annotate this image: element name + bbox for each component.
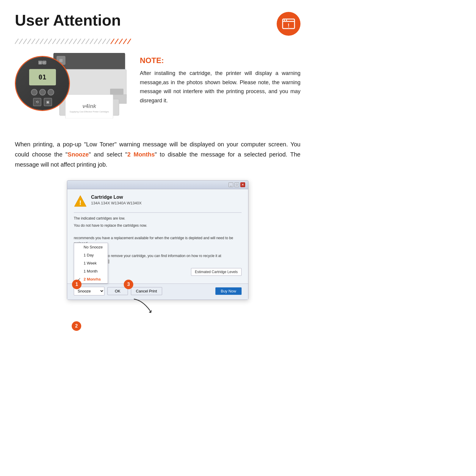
- dropdown-item-1month[interactable]: 1 Month: [74, 267, 108, 275]
- svg-line-25: [98, 39, 102, 44]
- svg-text:↵: ↵: [43, 61, 46, 64]
- panel-inner: ⊞ ↵ 01 ⟲ ▣: [16, 57, 69, 110]
- months-highlight: 2 Months: [127, 151, 155, 158]
- svg-point-2: [284, 20, 285, 21]
- ok-button[interactable]: OK: [107, 287, 128, 295]
- svg-line-15: [57, 39, 60, 44]
- dialog-subtitle: 134A 134X W1340A W1340X: [91, 201, 142, 205]
- svg-line-10: [36, 39, 39, 44]
- panel-btn-1: [31, 89, 37, 95]
- note-section: NOTE: After installing the cartridge, th…: [140, 53, 300, 105]
- svg-text:!: !: [79, 199, 81, 206]
- dialog-title-area: Cartridge Low 134A 134X W1340A W1340X: [91, 195, 142, 205]
- dropdown-item-1day[interactable]: 1 Day: [74, 251, 108, 259]
- svg-line-23: [90, 39, 93, 44]
- panel-btn-3: [48, 89, 54, 95]
- svg-line-20: [77, 39, 81, 44]
- svg-line-18: [69, 39, 73, 44]
- alert-icon-circle: !: [277, 12, 300, 36]
- buy-now-button[interactable]: Buy Now: [215, 287, 242, 295]
- svg-line-21: [82, 39, 85, 44]
- svg-rect-45: [110, 89, 123, 95]
- step-1-circle: 1: [72, 280, 82, 289]
- svg-line-29: [115, 39, 118, 44]
- svg-line-7: [23, 39, 27, 44]
- step3-arrow: [131, 298, 155, 315]
- svg-text:!: !: [288, 23, 289, 29]
- dialog-titlebar: _ □ ✕: [67, 181, 248, 189]
- main-paragraph: When printing, a pop-up "Low Toner" warn…: [15, 139, 300, 170]
- svg-line-26: [102, 39, 106, 44]
- dropdown-label-nosnooze: No Snooze: [84, 245, 103, 249]
- dialog-message-2: You do not have to replace the cartridge…: [74, 223, 242, 228]
- svg-line-13: [48, 39, 52, 44]
- panel-icon-row: ⟲ ▣: [33, 98, 52, 106]
- paragraph-between: " and select ": [89, 151, 127, 158]
- dialog-message-1: The indicated cartridges are low.: [74, 216, 242, 221]
- svg-line-5: [15, 39, 18, 44]
- page-header: User Attention !: [15, 12, 300, 36]
- dialog-window: _ □ ✕ ! Cartridge Low 134A 134X W1340A W…: [67, 180, 248, 300]
- panel-icon-2: ▣: [44, 98, 52, 106]
- panel-icon-1: ⟲: [33, 98, 41, 106]
- dropdown-item-1week[interactable]: 1 Week: [74, 259, 108, 267]
- svg-line-8: [27, 39, 31, 44]
- svg-marker-50: [149, 310, 152, 313]
- panel-btn-2: [39, 89, 46, 95]
- svg-line-17: [65, 39, 68, 44]
- close-button[interactable]: ✕: [240, 182, 245, 187]
- dropdown-label-1month: 1 Month: [84, 269, 98, 273]
- maximize-button[interactable]: □: [234, 182, 239, 187]
- printer-image-area: ⊞ ↵ 01 ⟲ ▣: [15, 53, 128, 124]
- diagonal-decoration: [15, 39, 300, 44]
- svg-text:Supplying Cost Effective Print: Supplying Cost Effective Printer Cartrid…: [70, 111, 109, 113]
- panel-buttons: [31, 89, 54, 95]
- warning-icon: !: [74, 195, 87, 208]
- dropdown-label-1week: 1 Week: [84, 261, 97, 265]
- snooze-highlight: Snooze: [68, 151, 89, 158]
- control-panel-circle: ⊞ ↵ 01 ⟲ ▣: [15, 56, 70, 111]
- photo-note-section: ⊞ ↵ 01 ⟲ ▣: [15, 53, 300, 124]
- svg-line-24: [94, 39, 98, 44]
- note-text: After installing the cartridge, the prin…: [140, 69, 300, 105]
- svg-line-32: [127, 39, 131, 44]
- dropdown-label-1day: 1 Day: [84, 253, 94, 257]
- svg-line-22: [86, 39, 89, 44]
- svg-line-16: [61, 39, 64, 44]
- dialog-title: Cartridge Low: [91, 195, 142, 200]
- dialog-divider-1: [74, 212, 242, 213]
- dropdown-label-2months: 2 Monrhs: [84, 277, 101, 281]
- svg-line-19: [73, 39, 77, 44]
- panel-top-icons: ⊞ ↵: [38, 61, 47, 67]
- minimize-button[interactable]: _: [228, 182, 233, 187]
- cancel-print-button[interactable]: Cancel Print: [131, 287, 162, 295]
- dialog-footer: Snooze No Snooze 1 Day 1 Week 1 Month 2 …: [67, 284, 248, 300]
- step-2-circle: 2: [72, 321, 81, 331]
- svg-line-11: [40, 39, 43, 44]
- svg-line-27: [107, 39, 110, 44]
- svg-line-30: [119, 39, 123, 44]
- step-3-circle: 3: [124, 280, 133, 289]
- svg-text:v4ink: v4ink: [82, 103, 96, 109]
- svg-point-3: [286, 20, 287, 21]
- estimated-cartridge-button[interactable]: Estimated Cartridge Levels: [191, 268, 242, 276]
- svg-line-12: [44, 39, 48, 44]
- snooze-dropdown-popup: No Snooze 1 Day 1 Week 1 Month ✓ 2 Monrh…: [74, 243, 108, 284]
- panel-screen: 01: [29, 69, 56, 85]
- dropdown-item-nosnooze[interactable]: No Snooze: [74, 243, 108, 251]
- alert-icon: !: [281, 17, 296, 31]
- page-title: User Attention: [15, 12, 121, 29]
- svg-line-31: [123, 39, 127, 44]
- dialog-header-row: ! Cartridge Low 134A 134X W1340A W1340X: [74, 195, 242, 208]
- svg-line-9: [32, 39, 35, 44]
- svg-line-28: [111, 39, 114, 44]
- svg-line-14: [52, 39, 56, 44]
- svg-line-6: [19, 39, 23, 44]
- svg-text:⊞: ⊞: [39, 61, 41, 64]
- note-label: NOTE:: [140, 56, 300, 65]
- dialog-wrapper: _ □ ✕ ! Cartridge Low 134A 134X W1340A W…: [15, 180, 300, 336]
